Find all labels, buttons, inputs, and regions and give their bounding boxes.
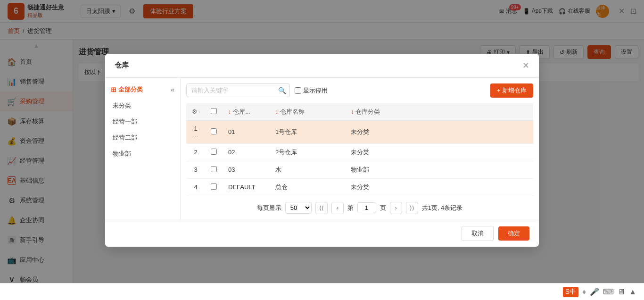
row-checkbox-2[interactable] bbox=[205, 161, 223, 178]
row-num-1: 2 bbox=[186, 143, 205, 161]
modal-table-area: 🔍 显示停用 + 新增仓库 ⚙ bbox=[181, 78, 539, 220]
th-name[interactable]: ↕ 仓库名称 bbox=[270, 103, 345, 121]
search-input-wrap: 🔍 bbox=[186, 83, 290, 97]
row-code-3: DEFAULT bbox=[223, 178, 270, 196]
page-first-btn[interactable]: ⟨⟨ bbox=[315, 202, 328, 214]
search-input[interactable] bbox=[186, 83, 290, 97]
row-checkbox-3[interactable] bbox=[205, 178, 223, 196]
category-sidebar: ⊞ 全部分类 « 未分类 经营一部 经营二部 物业部 bbox=[105, 78, 181, 220]
row-category-1: 未分类 bbox=[345, 143, 533, 161]
modal-overlay: 仓库 ✕ ⊞ 全部分类 « 未分类 经营一部 bbox=[0, 0, 644, 300]
bottom-diamond-icon[interactable]: ♦ bbox=[582, 288, 586, 296]
th-gear: ⚙ bbox=[186, 103, 205, 121]
category-item-ops1[interactable]: 经营一部 bbox=[105, 114, 180, 130]
page-label: 第 bbox=[347, 204, 354, 212]
row-name-3: 总仓 bbox=[270, 178, 345, 196]
row-code-0: 01 bbox=[223, 120, 270, 143]
sort-icon-code: ↕ bbox=[228, 108, 231, 115]
modal-search-row: 🔍 显示停用 + 新增仓库 bbox=[186, 83, 533, 98]
cancel-btn[interactable]: 取消 bbox=[462, 226, 494, 241]
search-icon[interactable]: 🔍 bbox=[278, 87, 286, 94]
row-name-0: 1号仓库 bbox=[270, 120, 345, 143]
row-check-1[interactable] bbox=[211, 149, 217, 155]
page-last-btn[interactable]: ⟩⟩ bbox=[406, 202, 418, 214]
bottom-bar: S中 ♦ 🎤 ⌨ 🖥 ▲ bbox=[0, 283, 644, 300]
per-page-select[interactable]: 50 10 20 100 bbox=[285, 202, 312, 214]
show-disabled-checkbox[interactable] bbox=[295, 87, 301, 94]
page-next-btn[interactable]: › bbox=[390, 202, 402, 214]
row-checkbox-1[interactable] bbox=[205, 143, 223, 161]
row-check-3[interactable] bbox=[211, 183, 217, 190]
add-warehouse-btn[interactable]: + 新增仓库 bbox=[490, 83, 533, 98]
category-header: ⊞ 全部分类 « bbox=[105, 82, 180, 98]
table-row[interactable]: 2 02 2号仓库 未分类 bbox=[186, 143, 533, 161]
page-number-input[interactable] bbox=[357, 202, 376, 213]
category-item-property[interactable]: 物业部 bbox=[105, 146, 180, 162]
row-category-3: 未分类 bbox=[345, 178, 533, 196]
total-info: 共1页, 4条记录 bbox=[422, 204, 463, 212]
row-check-2[interactable] bbox=[211, 166, 217, 172]
warehouse-table: ⚙ ↕ 仓库... ↕ bbox=[186, 103, 533, 196]
show-disabled-label[interactable]: 显示停用 bbox=[295, 86, 328, 95]
bottom-screen-icon[interactable]: 🖥 bbox=[618, 288, 625, 296]
confirm-btn[interactable]: 确定 bbox=[498, 226, 529, 241]
row-code-2: 03 bbox=[223, 161, 270, 178]
row-category-2: 物业部 bbox=[345, 161, 533, 178]
sort-icon-cat: ↕ bbox=[351, 108, 354, 115]
row-num-2: 3 bbox=[186, 161, 205, 178]
select-all-checkbox[interactable] bbox=[211, 108, 217, 114]
warehouse-modal: 仓库 ✕ ⊞ 全部分类 « 未分类 经营一部 bbox=[105, 54, 539, 247]
th-category[interactable]: ↕ 仓库分类 bbox=[345, 103, 533, 121]
modal-footer: 取消 确定 bbox=[105, 220, 539, 247]
category-header-label[interactable]: 全部分类 bbox=[118, 85, 143, 94]
bottom-keyboard-icon[interactable]: ⌨ bbox=[603, 287, 614, 296]
th-code[interactable]: ↕ 仓库... bbox=[223, 103, 270, 121]
bottom-s-icon[interactable]: S中 bbox=[563, 287, 578, 297]
row-code-1: 02 bbox=[223, 143, 270, 161]
page-unit: 页 bbox=[380, 204, 386, 212]
row-name-2: 水 bbox=[270, 161, 345, 178]
pagination-row: 每页显示 50 10 20 100 ⟨⟨ ‹ 第 页 › ⟩⟩ 共1页, 4条记… bbox=[186, 202, 533, 214]
category-collapse-btn[interactable]: « bbox=[171, 86, 174, 93]
row-num-0: 1 ··· bbox=[186, 120, 205, 143]
modal-close-btn[interactable]: ✕ bbox=[522, 60, 529, 71]
table-row[interactable]: 1 ··· 01 1号仓库 未分类 bbox=[186, 120, 533, 143]
per-page-label: 每页显示 bbox=[257, 204, 281, 212]
table-row[interactable]: 4 DEFAULT 总仓 未分类 bbox=[186, 178, 533, 196]
bottom-arrow-icon[interactable]: ▲ bbox=[629, 288, 636, 296]
sort-icon-name: ↕ bbox=[275, 108, 279, 115]
row-num-3: 4 bbox=[186, 178, 205, 196]
page-prev-btn[interactable]: ‹ bbox=[331, 202, 344, 214]
bottom-mic-icon[interactable]: 🎤 bbox=[590, 287, 599, 296]
table-header-row: ⚙ ↕ 仓库... ↕ bbox=[186, 103, 533, 121]
modal-body: ⊞ 全部分类 « 未分类 经营一部 经营二部 物业部 bbox=[105, 78, 539, 220]
grid-icon: ⊞ bbox=[111, 86, 116, 93]
modal-header: 仓库 ✕ bbox=[105, 54, 539, 78]
row-category-0: 未分类 bbox=[345, 120, 533, 143]
row-name-1: 2号仓库 bbox=[270, 143, 345, 161]
table-container: ⚙ ↕ 仓库... ↕ bbox=[186, 103, 533, 196]
gear-col-icon: ⚙ bbox=[192, 108, 198, 115]
row-check-0[interactable] bbox=[211, 128, 217, 134]
row-checkbox-0[interactable] bbox=[205, 120, 223, 143]
th-checkbox bbox=[205, 103, 223, 121]
table-row[interactable]: 3 03 水 物业部 bbox=[186, 161, 533, 178]
category-item-ops2[interactable]: 经营二部 bbox=[105, 130, 180, 146]
modal-title: 仓库 bbox=[115, 61, 129, 70]
category-item-unclassified[interactable]: 未分类 bbox=[105, 98, 180, 114]
